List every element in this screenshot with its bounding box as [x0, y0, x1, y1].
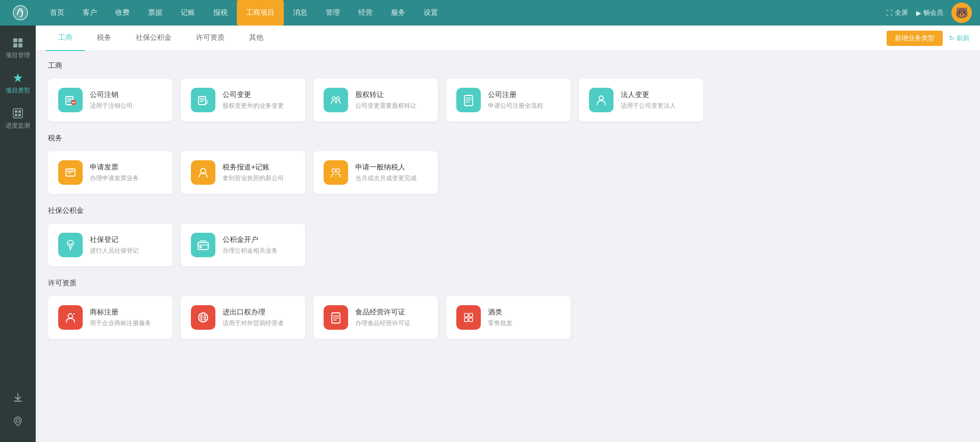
sidebar-label-progress: 进度监测 — [6, 121, 30, 130]
card-general-taxpayer[interactable]: 申请一般纳税人 当月或次月成变更完成 — [313, 151, 438, 194]
card-invoice-apply[interactable]: 申请发票 办理申请发票业务 — [48, 151, 173, 194]
sidebar-item-project-type[interactable]: 项目类型 — [0, 66, 36, 101]
trademark-desc: 用于企业商标注册服务 — [90, 319, 151, 328]
cards-permit: 商标注册 用于企业商标注册服务 — [48, 296, 968, 339]
sidebar-location-button[interactable] — [0, 410, 36, 432]
general-taxpayer-desc: 当月或次月成变更完成 — [355, 174, 416, 183]
svg-point-10 — [16, 419, 20, 423]
legal-person-change-icon — [589, 88, 614, 112]
nav-message[interactable]: 消息 — [284, 0, 316, 26]
nav-home[interactable]: 首页 — [41, 0, 74, 26]
progress-icon — [12, 107, 24, 119]
section-permit: 许可资质 商标注册 — [48, 279, 968, 339]
svg-rect-30 — [469, 313, 473, 317]
liquor-desc: 零售批发 — [488, 319, 512, 328]
project-type-icon — [12, 72, 24, 84]
nav-service[interactable]: 服务 — [382, 0, 414, 26]
company-cancel-icon — [58, 88, 83, 112]
nav-business[interactable]: 工商项目 — [237, 0, 284, 26]
company-change-icon — [191, 88, 215, 112]
svg-rect-29 — [464, 313, 468, 317]
svg-rect-9 — [18, 114, 21, 116]
equity-transfer-desc: 公司变更需要股权转让 — [355, 102, 416, 110]
sidebar-item-project-manage[interactable]: 项目管理 — [0, 31, 36, 66]
content-area: 工商 税务 社保公积金 许可资质 其他 新增业务类型 ↻ 刷新 工商 — [36, 26, 980, 442]
company-cancel-desc: 适用于注销公司 — [90, 102, 133, 110]
tax-report-desc: 拿到营业执照的新公司 — [223, 174, 284, 183]
card-tax-report[interactable]: 税务报道+记账 拿到营业执照的新公司 — [181, 151, 305, 194]
tab-actions: 新增业务类型 ↻ 刷新 — [887, 31, 970, 46]
legal-person-change-desc: 适用于公司变更法人 — [621, 102, 676, 110]
card-trademark[interactable]: 商标注册 用于企业商标注册服务 — [48, 296, 173, 339]
play-icon: ▶ — [916, 9, 921, 17]
mascot-avatar[interactable]: 🐻 — [951, 3, 972, 23]
svg-rect-0 — [13, 38, 17, 42]
tab-social-security[interactable]: 社保公积金 — [124, 26, 184, 51]
nav-tax[interactable]: 报税 — [204, 0, 237, 26]
company-register-icon — [456, 88, 481, 112]
tab-business[interactable]: 工商 — [46, 26, 85, 51]
sidebar-bottom — [0, 387, 36, 442]
card-import-export[interactable]: 进出口权办理 适用于对外贸易经营者 — [181, 296, 305, 339]
card-provident-fund[interactable]: 公积金开户 办理公积金相关业务 — [181, 224, 305, 266]
food-permit-icon — [324, 305, 348, 330]
tab-tax[interactable]: 税务 — [85, 26, 124, 51]
card-food-permit[interactable]: 食品经营许可证 办理食品经营许可证 — [313, 296, 438, 339]
company-change-desc: 股权变更外的业务变更 — [223, 102, 284, 110]
tax-report-title: 税务报道+记账 — [223, 163, 284, 172]
nav-customer[interactable]: 客户 — [74, 0, 106, 26]
tab-permit[interactable]: 许可资质 — [184, 26, 237, 51]
card-company-change[interactable]: 公司变更 股权变更外的业务变更 — [181, 79, 305, 121]
sidebar-item-progress[interactable]: 进度监测 — [0, 101, 36, 136]
food-permit-desc: 办理食品经营许可证 — [355, 319, 410, 328]
company-change-text: 公司变更 股权变更外的业务变更 — [223, 90, 284, 110]
svg-point-15 — [336, 97, 339, 100]
sidebar-download-button[interactable] — [0, 387, 36, 408]
invoice-apply-text: 申请发票 办理申请发票业务 — [90, 163, 139, 183]
nav-bills[interactable]: 票据 — [139, 0, 172, 26]
cards-gongshang: 公司注销 适用于注销公司 — [48, 79, 968, 121]
card-equity-transfer[interactable]: 股权转让 公司变更需要股权转让 — [313, 79, 438, 121]
tab-bar: 工商 税务 社保公积金 许可资质 其他 新增业务类型 ↻ 刷新 — [36, 26, 980, 51]
svg-rect-7 — [18, 110, 21, 113]
import-export-icon — [191, 305, 215, 330]
svg-point-20 — [332, 169, 336, 173]
svg-rect-16 — [464, 95, 473, 106]
refresh-button[interactable]: ↻ 刷新 — [949, 34, 970, 43]
liquor-icon — [456, 305, 481, 330]
top-navigation: 首页 客户 收费 票据 记账 报税 工商项目 消息 管理 经营 服务 设置 ⛶ … — [0, 0, 980, 26]
card-legal-person-change[interactable]: 法人变更 适用于公司变更法人 — [579, 79, 703, 121]
card-company-cancel[interactable]: 公司注销 适用于注销公司 — [48, 79, 173, 121]
equity-transfer-title: 股权转让 — [355, 90, 416, 100]
provident-fund-icon — [191, 233, 215, 257]
app-logo — [8, 3, 33, 23]
svg-rect-22 — [198, 242, 208, 250]
provident-fund-title: 公积金开户 — [223, 235, 278, 244]
svg-marker-4 — [13, 73, 22, 82]
section-title-permit: 许可资质 — [48, 279, 968, 288]
card-liquor[interactable]: 酒类 零售批发 — [446, 296, 571, 339]
nav-settings[interactable]: 设置 — [414, 0, 447, 26]
section-tax: 税务 申请发票 办理申请发票业务 — [48, 134, 968, 194]
svg-rect-5 — [13, 109, 22, 118]
card-company-register[interactable]: 公司注册 申请公司注册全流程 — [446, 79, 571, 121]
social-security-register-desc: 进行人员社保登记 — [90, 247, 139, 255]
vip-button[interactable]: ▶ 畅会员 — [916, 8, 943, 17]
refresh-icon: ↻ — [949, 34, 954, 42]
company-register-title: 公司注册 — [488, 90, 543, 100]
nav-manage[interactable]: 管理 — [316, 0, 349, 26]
project-manage-icon — [12, 37, 24, 49]
tab-other[interactable]: 其他 — [237, 26, 276, 51]
company-change-title: 公司变更 — [223, 90, 284, 100]
card-social-security-register[interactable]: 社保登记 进行人员社保登记 — [48, 224, 173, 266]
tax-report-icon — [191, 160, 215, 185]
fullscreen-icon: ⛶ — [886, 9, 893, 17]
svg-rect-2 — [13, 43, 17, 47]
add-business-type-button[interactable]: 新增业务类型 — [887, 31, 943, 46]
fullscreen-button[interactable]: ⛶ 全屏 — [886, 8, 908, 17]
nav-fees[interactable]: 收费 — [106, 0, 139, 26]
social-security-register-title: 社保登记 — [90, 235, 139, 244]
scroll-content[interactable]: 工商 公司注销 — [36, 51, 980, 442]
nav-operation[interactable]: 经营 — [349, 0, 382, 26]
nav-accounting[interactable]: 记账 — [172, 0, 204, 26]
